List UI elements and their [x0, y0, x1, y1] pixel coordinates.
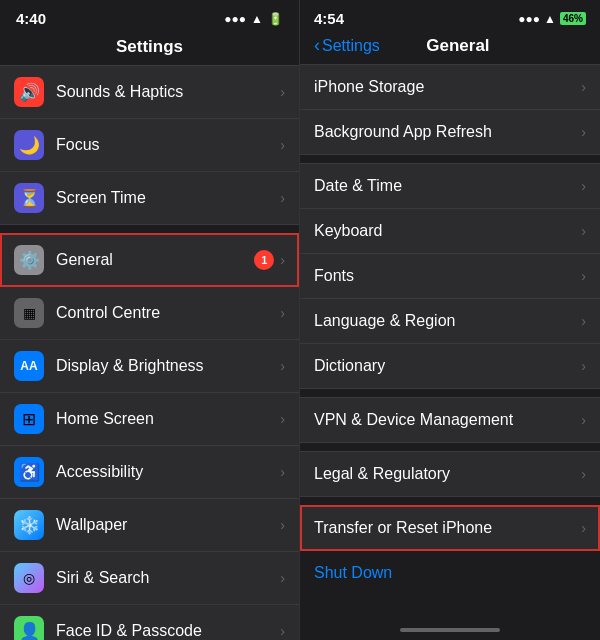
settings-item-screen-time[interactable]: ⏳ Screen Time › — [0, 172, 299, 225]
faceid-icon: 👤 — [14, 616, 44, 640]
legal-label: Legal & Regulatory — [314, 465, 450, 483]
right-item-legal[interactable]: Legal & Regulatory › — [300, 451, 600, 497]
faceid-label: Face ID & Passcode — [56, 622, 280, 640]
settings-list: 🔊 Sounds & Haptics › 🌙 Focus › ⏳ — [0, 65, 299, 640]
accessibility-label: Accessibility — [56, 463, 280, 481]
settings-item-sounds[interactable]: 🔊 Sounds & Haptics › — [0, 65, 299, 119]
keyboard-chevron: › — [581, 223, 586, 239]
signal-icon: ●●● — [224, 12, 246, 26]
screen-time-chevron: › — [280, 190, 285, 206]
settings-item-home-screen[interactable]: ⊞ Home Screen › — [0, 393, 299, 446]
home-screen-icon: ⊞ — [14, 404, 44, 434]
shut-down-label: Shut Down — [314, 564, 392, 581]
general-icon: ⚙️ — [14, 245, 44, 275]
right-section-5: Transfer or Reset iPhone › — [300, 505, 600, 551]
right-section-3: VPN & Device Management › — [300, 397, 600, 443]
display-chevron: › — [280, 358, 285, 374]
transfer-reset-label: Transfer or Reset iPhone — [314, 519, 492, 537]
wifi-icon: ▲ — [251, 12, 263, 26]
focus-icon: 🌙 — [14, 130, 44, 160]
settings-item-wallpaper[interactable]: ❄️ Wallpaper › — [0, 499, 299, 552]
wallpaper-chevron: › — [280, 517, 285, 533]
display-label: Display & Brightness — [56, 357, 280, 375]
home-screen-label: Home Screen — [56, 410, 280, 428]
battery-left-icon: 🔋 — [268, 12, 283, 26]
legal-chevron: › — [581, 466, 586, 482]
settings-item-siri[interactable]: ◎ Siri & Search › — [0, 552, 299, 605]
date-time-chevron: › — [581, 178, 586, 194]
fonts-chevron: › — [581, 268, 586, 284]
gap-1 — [0, 225, 299, 233]
right-item-dictionary[interactable]: Dictionary › — [300, 344, 600, 389]
status-time-right: 4:54 — [314, 10, 344, 27]
vpn-label: VPN & Device Management — [314, 411, 513, 429]
right-section-2: Date & Time › Keyboard › Fonts › Languag… — [300, 163, 600, 389]
status-icons-right: ●●● ▲ 46% — [518, 12, 586, 26]
settings-group-1: 🔊 Sounds & Haptics › 🌙 Focus › ⏳ — [0, 65, 299, 225]
battery-right-icon: 46% — [560, 12, 586, 25]
right-section-1: iPhone Storage › Background App Refresh … — [300, 64, 600, 155]
general-label: General — [56, 251, 254, 269]
settings-item-control-centre[interactable]: ▦ Control Centre › — [0, 287, 299, 340]
sounds-chevron: › — [280, 84, 285, 100]
background-refresh-label: Background App Refresh — [314, 123, 492, 141]
settings-group-2: ⚙️ General 1 › ▦ Control Centre › — [0, 233, 299, 640]
siri-label: Siri & Search — [56, 569, 280, 587]
right-item-vpn[interactable]: VPN & Device Management › — [300, 397, 600, 443]
language-region-chevron: › — [581, 313, 586, 329]
dictionary-label: Dictionary — [314, 357, 385, 375]
focus-label: Focus — [56, 136, 280, 154]
accessibility-icon: ♿ — [14, 457, 44, 487]
right-item-date-time[interactable]: Date & Time › — [300, 163, 600, 209]
left-panel: 4:40 ●●● ▲ 🔋 Settings 🔊 Sounds & Haptics… — [0, 0, 300, 640]
general-badge: 1 — [254, 250, 274, 270]
right-item-iphone-storage[interactable]: iPhone Storage › — [300, 64, 600, 110]
right-item-fonts[interactable]: Fonts › — [300, 254, 600, 299]
vpn-chevron: › — [581, 412, 586, 428]
signal-right-icon: ●●● — [518, 12, 540, 26]
wallpaper-label: Wallpaper — [56, 516, 280, 534]
right-section-4: Legal & Regulatory › — [300, 451, 600, 497]
home-screen-chevron: › — [280, 411, 285, 427]
status-time-left: 4:40 — [16, 10, 46, 27]
general-chevron: › — [280, 252, 285, 268]
control-centre-label: Control Centre — [56, 304, 280, 322]
sounds-icon: 🔊 — [14, 77, 44, 107]
right-list: iPhone Storage › Background App Refresh … — [300, 64, 600, 620]
faceid-chevron: › — [280, 623, 285, 639]
right-gap-3 — [300, 443, 600, 451]
settings-item-general[interactable]: ⚙️ General 1 › — [0, 233, 299, 287]
display-icon: AA — [14, 351, 44, 381]
focus-chevron: › — [280, 137, 285, 153]
nav-bar: ‹ Settings General — [300, 33, 600, 64]
back-button[interactable]: ‹ Settings — [314, 35, 380, 56]
right-item-language-region[interactable]: Language & Region › — [300, 299, 600, 344]
control-centre-icon: ▦ — [14, 298, 44, 328]
right-item-keyboard[interactable]: Keyboard › — [300, 209, 600, 254]
left-title: Settings — [0, 33, 299, 65]
iphone-storage-label: iPhone Storage — [314, 78, 424, 96]
home-indicator — [300, 620, 600, 640]
sounds-label: Sounds & Haptics — [56, 83, 280, 101]
status-bar-left: 4:40 ●●● ▲ 🔋 — [0, 0, 299, 33]
back-chevron-icon: ‹ — [314, 35, 320, 56]
settings-item-display[interactable]: AA Display & Brightness › — [0, 340, 299, 393]
right-item-background-refresh[interactable]: Background App Refresh › — [300, 110, 600, 155]
back-label: Settings — [322, 37, 380, 55]
nav-title: General — [380, 36, 536, 56]
siri-icon: ◎ — [14, 563, 44, 593]
right-gap-2 — [300, 389, 600, 397]
settings-item-faceid[interactable]: 👤 Face ID & Passcode › — [0, 605, 299, 640]
control-centre-chevron: › — [280, 305, 285, 321]
home-bar — [400, 628, 500, 632]
fonts-label: Fonts — [314, 267, 354, 285]
wifi-right-icon: ▲ — [544, 12, 556, 26]
right-item-transfer-reset[interactable]: Transfer or Reset iPhone › — [300, 505, 600, 551]
right-gap-4 — [300, 497, 600, 505]
settings-item-focus[interactable]: 🌙 Focus › — [0, 119, 299, 172]
settings-item-accessibility[interactable]: ♿ Accessibility › — [0, 446, 299, 499]
wallpaper-icon: ❄️ — [14, 510, 44, 540]
status-icons-left: ●●● ▲ 🔋 — [224, 12, 283, 26]
shut-down-button[interactable]: Shut Down — [300, 551, 600, 595]
keyboard-label: Keyboard — [314, 222, 383, 240]
